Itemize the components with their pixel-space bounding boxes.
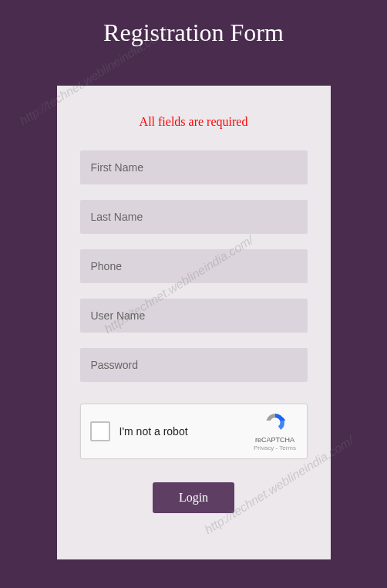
recaptcha-checkbox[interactable] bbox=[90, 421, 110, 441]
recaptcha-icon bbox=[264, 411, 287, 434]
login-button[interactable]: Login bbox=[153, 482, 234, 513]
last-name-field[interactable] bbox=[80, 200, 308, 234]
recaptcha-label: I'm not a robot bbox=[119, 425, 251, 438]
password-field[interactable] bbox=[80, 348, 308, 382]
recaptcha-brand-text: reCAPTCHA bbox=[255, 436, 294, 444]
recaptcha-logo-area: reCAPTCHA Privacy - Terms bbox=[251, 411, 299, 451]
page-title: Registration Form bbox=[0, 0, 387, 63]
user-name-field[interactable] bbox=[80, 299, 308, 333]
registration-form-card: All fields are required I'm not a robot … bbox=[57, 86, 331, 559]
required-fields-message: All fields are required bbox=[80, 115, 308, 129]
first-name-field[interactable] bbox=[80, 150, 308, 184]
phone-field[interactable] bbox=[80, 249, 308, 283]
recaptcha-terms-text: Privacy - Terms bbox=[254, 444, 296, 451]
recaptcha-widget: I'm not a robot reCAPTCHA Privacy - Term… bbox=[80, 404, 308, 459]
